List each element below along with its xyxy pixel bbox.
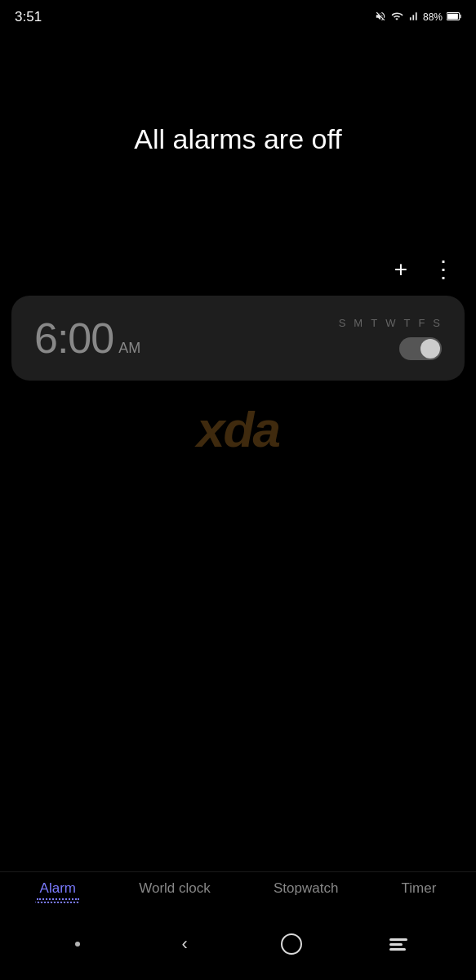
bottom-tabs: Alarm World clock Stopwatch Timer [0, 871, 476, 906]
day-t2: T [403, 317, 411, 329]
tab-alarm-underline [37, 898, 79, 900]
toggle-thumb [420, 339, 440, 359]
tab-timer-label: Timer [402, 880, 437, 897]
add-alarm-button[interactable]: + [391, 255, 411, 284]
nav-home-icon [281, 933, 302, 955]
day-t1: T [371, 317, 379, 329]
alarm-days-row: S M T W T F S [339, 317, 442, 329]
battery-percent: 88% [423, 11, 443, 23]
xda-watermark: xda [197, 400, 279, 458]
tab-world-clock[interactable]: World clock [129, 872, 220, 900]
main-content: All alarms are off [0, 31, 476, 157]
nav-home-button[interactable] [275, 928, 308, 960]
mute-icon [375, 11, 386, 24]
alarm-time-block: 6:00 AM [34, 314, 140, 363]
status-time: 3:51 [15, 9, 42, 25]
wifi-icon [390, 11, 403, 24]
signal-icon [407, 11, 419, 24]
svg-rect-2 [447, 13, 458, 19]
svg-rect-1 [460, 14, 461, 18]
no-alarms-message: All alarms are off [134, 121, 341, 157]
nav-back-button[interactable]: ‹ [168, 928, 201, 960]
day-s2: S [433, 317, 442, 329]
alarm-card[interactable]: 6:00 AM S M T W T F S [11, 296, 465, 381]
toolbar-row: + ⋮ [0, 255, 476, 284]
system-navbar: ‹ [0, 908, 476, 980]
nav-dot-button[interactable] [61, 928, 94, 960]
day-f: F [418, 317, 426, 329]
tab-alarm-label: Alarm [40, 880, 76, 897]
status-icons: 88% [375, 11, 461, 24]
tab-stopwatch[interactable]: Stopwatch [264, 872, 348, 900]
alarm-ampm: AM [118, 340, 140, 357]
nav-back-icon: ‹ [181, 933, 187, 955]
nav-recents-icon [389, 938, 407, 951]
tab-stopwatch-label: Stopwatch [274, 880, 338, 897]
status-bar: 3:51 88% [0, 0, 476, 31]
tab-alarm[interactable]: Alarm [30, 872, 86, 900]
alarm-toggle[interactable] [399, 337, 442, 360]
day-s1: S [339, 317, 348, 329]
battery-icon [447, 11, 461, 24]
tab-timer[interactable]: Timer [392, 872, 447, 900]
nav-recents-button[interactable] [382, 928, 415, 960]
nav-dot-icon [75, 942, 80, 947]
tab-world-clock-label: World clock [139, 880, 211, 897]
alarm-right-section: S M T W T F S [339, 317, 442, 360]
day-w: W [385, 317, 397, 329]
more-options-button[interactable]: ⋮ [429, 255, 458, 284]
day-m: M [354, 317, 364, 329]
alarm-time: 6:00 [34, 314, 113, 363]
